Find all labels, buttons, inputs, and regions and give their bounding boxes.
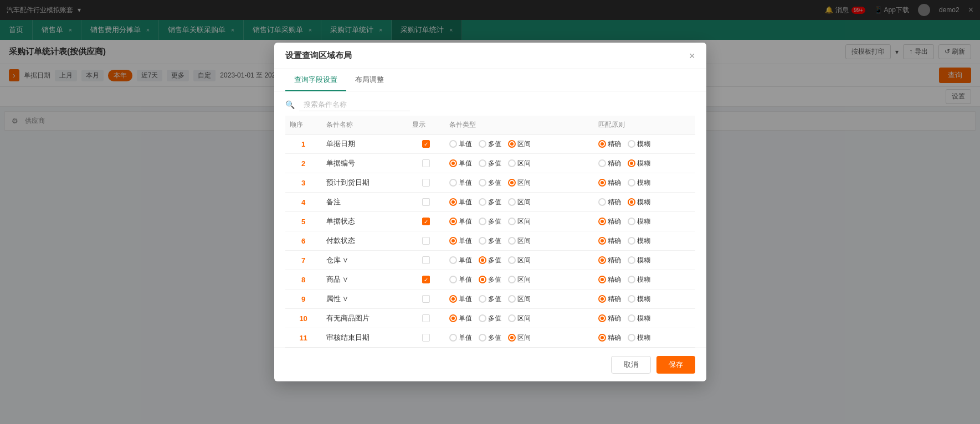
modal-tab-query-label: 查询字段设置 [294,75,337,84]
row-match: 精确模糊 [594,135,695,136]
table-row: 1单据日期✓单值多值区间精确模糊 [285,135,695,136]
modal-table-header: 顺序 条件名称 显示 条件类型 匹配原则 [285,116,695,135]
col-name: 条件名称 [322,116,408,135]
modal-overlay: 设置查询区域布局 × 查询字段设置 布局调整 🔍 顺序 条件名称 [0,0,980,136]
row-order: 1 [285,135,322,136]
modal-header: 设置查询区域布局 × [274,43,706,69]
modal-tab-query[interactable]: 查询字段设置 [285,69,346,91]
col-match: 匹配原则 [594,116,695,135]
row-display: ✓ [408,135,444,136]
modal-tab-layout[interactable]: 布局调整 [346,69,393,91]
modal-tab-layout-label: 布局调整 [355,75,384,84]
row-name: 单据日期 [322,135,408,136]
modal-close-btn[interactable]: × [689,51,695,61]
modal-search-icon: 🔍 [285,100,295,109]
col-type: 条件类型 [445,116,594,135]
modal-table: 顺序 条件名称 显示 条件类型 匹配原则 1单据日期✓单值多值区间精确模糊2单据… [274,116,706,136]
modal-tabs: 查询字段设置 布局调整 [274,69,706,91]
modal-title: 设置查询区域布局 [285,50,352,61]
col-order: 顺序 [285,116,322,135]
modal-dialog: 设置查询区域布局 × 查询字段设置 布局调整 🔍 顺序 条件名称 [274,43,706,136]
row-type: 单值多值区间 [445,135,594,136]
col-display: 显示 [408,116,444,135]
modal-search-input[interactable] [299,98,410,111]
modal-search: 🔍 [274,91,706,116]
